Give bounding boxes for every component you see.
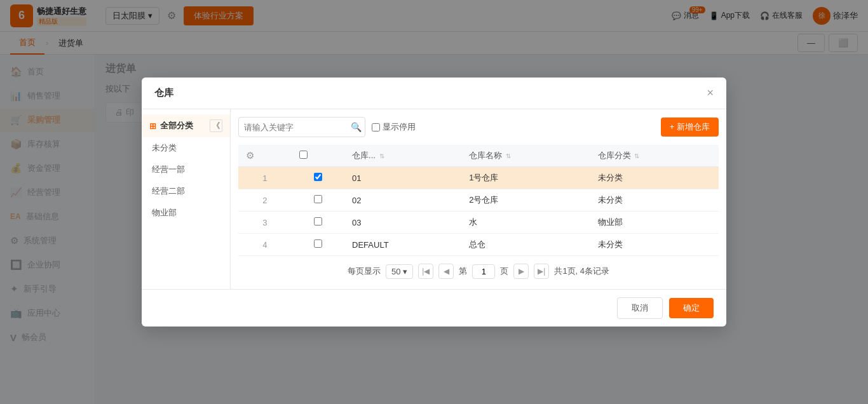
column-settings-icon[interactable]: ⚙ (246, 150, 254, 161)
per-page-arrow: ▾ (403, 267, 407, 276)
prev-page-button[interactable]: ◀ (438, 264, 454, 279)
next-page-button[interactable]: ▶ (513, 264, 529, 279)
row-checkbox-cell (292, 212, 345, 234)
row-category: 物业部 (590, 212, 719, 234)
search-icon: 🔍 (351, 122, 362, 132)
row-checkbox[interactable] (314, 239, 322, 248)
row-checkbox[interactable] (314, 173, 322, 181)
table-row[interactable]: 2 02 2号仓库 未分类 (238, 189, 719, 212)
grid-icon: ⊞ (149, 121, 156, 131)
row-index: 2 (238, 189, 292, 212)
sort-icon-code: ⇅ (379, 152, 384, 159)
cat-item-dept1[interactable]: 经营一部 (142, 159, 230, 180)
col-category-label: 仓库分类 (598, 151, 631, 160)
row-index: 1 (238, 167, 292, 189)
table-row[interactable]: 1 01 1号仓库 未分类 (238, 167, 719, 189)
row-category: 未分类 (590, 167, 719, 189)
last-page-button[interactable]: ▶| (534, 264, 549, 279)
row-code: 02 (344, 189, 461, 212)
row-name: 2号仓库 (461, 189, 590, 212)
row-category: 未分类 (590, 234, 719, 256)
th-settings: ⚙ (238, 145, 292, 167)
sort-icon-category: ⇅ (634, 152, 639, 159)
per-page-selector[interactable]: 50 ▾ (386, 264, 413, 279)
modal-body: ⊞ 全部分类 《 未分类 经营一部 经营二部 物业部 (142, 109, 726, 289)
row-name: 水 (461, 212, 590, 234)
row-code: 03 (344, 212, 461, 234)
table-row[interactable]: 3 03 水 物业部 (238, 212, 719, 234)
modal-close-button[interactable]: × (707, 86, 714, 100)
cancel-button[interactable]: 取消 (617, 297, 663, 319)
row-checkbox[interactable] (314, 217, 322, 226)
pagination: 每页显示 50 ▾ |◀ ◀ 第 页 ▶ ▶| 共1页, 4条记录 (238, 256, 719, 281)
sort-icon-name: ⇅ (506, 152, 511, 159)
total-label: 共1页, 4条记录 (554, 266, 609, 277)
row-category: 未分类 (590, 189, 719, 212)
row-checkbox-cell (292, 189, 345, 212)
table-header-row: ⚙ 仓库... ⇅ 仓库名称 (238, 145, 719, 167)
row-checkbox[interactable] (314, 195, 322, 203)
cat-item-dept2[interactable]: 经营二部 (142, 180, 230, 202)
cat-item-unclassified[interactable]: 未分类 (142, 137, 230, 159)
row-index: 3 (238, 212, 292, 234)
th-category: 仓库分类 ⇅ (590, 145, 719, 167)
warehouse-modal: 仓库 × ⊞ 全部分类 《 未分类 经营一部 经营二部 (142, 77, 726, 327)
row-checkbox-cell (292, 167, 345, 189)
show-disabled-checkbox-label[interactable]: 显示停用 (372, 121, 416, 133)
show-disabled-label: 显示停用 (383, 121, 416, 133)
modal-category-header: ⊞ 全部分类 《 (142, 114, 230, 137)
modal-toolbar: 🔍 显示停用 + 新增仓库 (238, 117, 719, 137)
search-input[interactable] (244, 123, 351, 132)
per-page-label: 每页显示 (348, 266, 381, 277)
select-all-checkbox[interactable] (299, 151, 308, 159)
row-code: 01 (344, 167, 461, 189)
category-header-label: 全部分类 (160, 120, 193, 131)
col-code-label: 仓库... (352, 151, 376, 160)
row-code: DEFAULT (344, 234, 461, 256)
modal-main-content: 🔍 显示停用 + 新增仓库 ⚙ (231, 109, 726, 289)
cat-item-property[interactable]: 物业部 (142, 202, 230, 224)
first-page-button[interactable]: |◀ (418, 264, 433, 279)
row-name: 1号仓库 (461, 167, 590, 189)
per-page-value: 50 (391, 267, 400, 276)
row-checkbox-cell (292, 234, 345, 256)
search-box: 🔍 (238, 117, 365, 137)
collapse-sidebar-button[interactable]: 《 (210, 119, 222, 132)
add-warehouse-button[interactable]: + 新增仓库 (661, 118, 719, 137)
modal-header: 仓库 × (142, 77, 726, 109)
modal-footer: 取消 确定 (142, 289, 726, 327)
row-name: 总仓 (461, 234, 590, 256)
modal-category-sidebar: ⊞ 全部分类 《 未分类 经营一部 经营二部 物业部 (142, 109, 231, 289)
row-index: 4 (238, 234, 292, 256)
warehouse-table-container: ⚙ 仓库... ⇅ 仓库名称 (238, 145, 719, 256)
modal-overlay: 仓库 × ⊞ 全部分类 《 未分类 经营一部 经营二部 (0, 0, 868, 404)
modal-title: 仓库 (154, 87, 173, 99)
page-label: 页 (500, 266, 508, 277)
page-label-before: 第 (459, 266, 467, 277)
col-name-label: 仓库名称 (469, 151, 502, 160)
table-row[interactable]: 4 DEFAULT 总仓 未分类 (238, 234, 719, 256)
th-code: 仓库... ⇅ (344, 145, 461, 167)
th-checkbox (292, 145, 345, 167)
page-number-input[interactable] (472, 264, 495, 279)
confirm-button[interactable]: 确定 (669, 298, 714, 318)
th-name: 仓库名称 ⇅ (461, 145, 590, 167)
warehouse-table: ⚙ 仓库... ⇅ 仓库名称 (238, 145, 719, 256)
show-disabled-checkbox[interactable] (372, 123, 380, 131)
